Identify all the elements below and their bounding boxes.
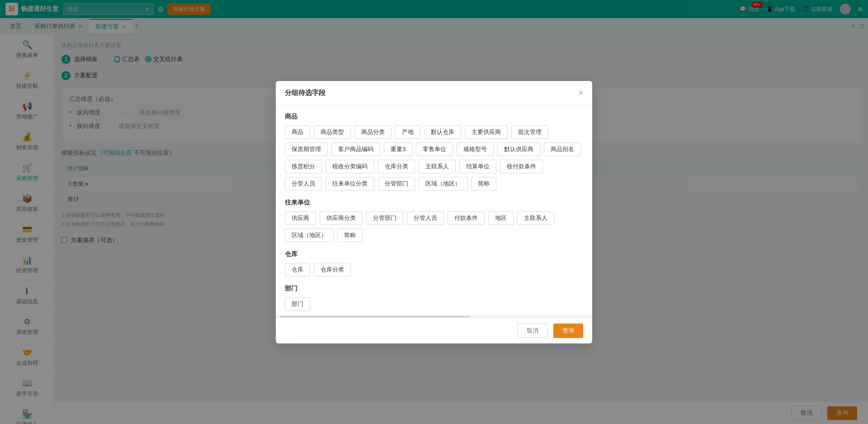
modal-close-icon[interactable]: ×: [578, 88, 583, 98]
field-tag-1-5[interactable]: 地区: [488, 211, 514, 225]
field-tag-2-1[interactable]: 仓库分类: [314, 263, 351, 276]
modal-cancel-button[interactable]: 取消: [517, 324, 548, 338]
field-tag-1-6[interactable]: 主联系人: [517, 211, 554, 225]
modal-overlay: 分组待选字段 × 商品商品商品类型商品分类产地默认仓库主要供应商批次管理保质期管…: [0, 0, 868, 424]
field-tag-3-0[interactable]: 部门: [285, 297, 310, 311]
field-tag-0-19[interactable]: 收付款条件: [500, 160, 543, 173]
field-tag-1-8[interactable]: 简称: [337, 229, 363, 242]
field-tag-0-13[interactable]: 商品别名: [544, 143, 581, 156]
field-tag-2-0[interactable]: 仓库: [285, 263, 310, 276]
field-tag-0-2[interactable]: 商品分类: [354, 125, 392, 139]
field-tag-0-20[interactable]: 分管人员: [285, 177, 322, 191]
field-tags-2: 仓库仓库分类: [285, 263, 583, 276]
field-tags-1: 供应商供应商分类分管部门分管人员付款条件地区主联系人区域（地区）简称: [285, 211, 583, 242]
modal-body: 商品商品商品类型商品分类产地默认仓库主要供应商批次管理保质期管理客户商品编码重量…: [276, 105, 592, 315]
field-tag-1-0[interactable]: 供应商: [285, 211, 316, 225]
field-tag-0-1[interactable]: 商品类型: [314, 125, 351, 139]
field-tag-0-8[interactable]: 客户商品编码: [331, 143, 380, 156]
field-group-title-3: 部门: [285, 285, 583, 293]
field-tag-0-23[interactable]: 区域（地区）: [419, 177, 467, 191]
field-group-title-0: 商品: [285, 113, 583, 121]
field-tag-0-24[interactable]: 简称: [471, 177, 496, 191]
field-group-3: 部门部门: [285, 285, 583, 311]
field-tag-0-12[interactable]: 默认供应商: [497, 143, 540, 156]
field-group-1: 往来单位供应商供应商分类分管部门分管人员付款条件地区主联系人区域（地区）简称: [285, 199, 583, 242]
field-tag-0-14[interactable]: 拣货积分: [285, 160, 322, 173]
field-tag-0-18[interactable]: 结算单位: [459, 160, 496, 173]
field-tag-0-10[interactable]: 零售单位: [416, 143, 453, 156]
field-tag-0-15[interactable]: 税收分类编码: [326, 160, 374, 173]
field-tag-0-21[interactable]: 往来单位分类: [326, 177, 374, 191]
field-tag-1-1[interactable]: 供应商分类: [320, 211, 363, 225]
field-tag-0-0[interactable]: 商品: [285, 125, 310, 139]
field-group-title-2: 仓库: [285, 250, 583, 258]
modal-footer: 取消 查询: [276, 318, 592, 343]
field-tags-0: 商品商品类型商品分类产地默认仓库主要供应商批次管理保质期管理客户商品编码重量3零…: [285, 125, 583, 191]
field-tag-0-16[interactable]: 仓库分类: [378, 160, 415, 173]
modal-dialog: 分组待选字段 × 商品商品商品类型商品分类产地默认仓库主要供应商批次管理保质期管…: [276, 81, 592, 343]
field-tag-0-9[interactable]: 重量3: [384, 143, 412, 156]
field-tag-0-4[interactable]: 默认仓库: [424, 125, 461, 139]
horizontal-scrollbar[interactable]: [280, 316, 470, 317]
field-tag-0-11[interactable]: 规格型号: [457, 143, 494, 156]
field-tag-1-4[interactable]: 付款条件: [448, 211, 485, 225]
field-tag-0-6[interactable]: 批次管理: [511, 125, 548, 139]
modal-confirm-button[interactable]: 查询: [553, 324, 583, 338]
modal-header: 分组待选字段 ×: [276, 81, 592, 105]
field-group-2: 仓库仓库仓库分类: [285, 250, 583, 276]
field-tag-0-5[interactable]: 主要供应商: [465, 125, 508, 139]
field-tag-0-7[interactable]: 保质期管理: [285, 143, 328, 156]
field-group-0: 商品商品商品类型商品分类产地默认仓库主要供应商批次管理保质期管理客户商品编码重量…: [285, 113, 583, 191]
field-tag-0-3[interactable]: 产地: [395, 125, 420, 139]
field-tag-1-3[interactable]: 分管人员: [407, 211, 444, 225]
field-group-title-1: 往来单位: [285, 199, 583, 207]
field-tag-1-2[interactable]: 分管部门: [366, 211, 403, 225]
field-tags-3: 部门: [285, 297, 583, 311]
modal-title: 分组待选字段: [285, 89, 326, 97]
field-tag-1-7[interactable]: 区域（地区）: [285, 229, 334, 242]
field-tag-0-22[interactable]: 分管部门: [378, 177, 415, 191]
field-tag-0-17[interactable]: 主联系人: [419, 160, 456, 173]
